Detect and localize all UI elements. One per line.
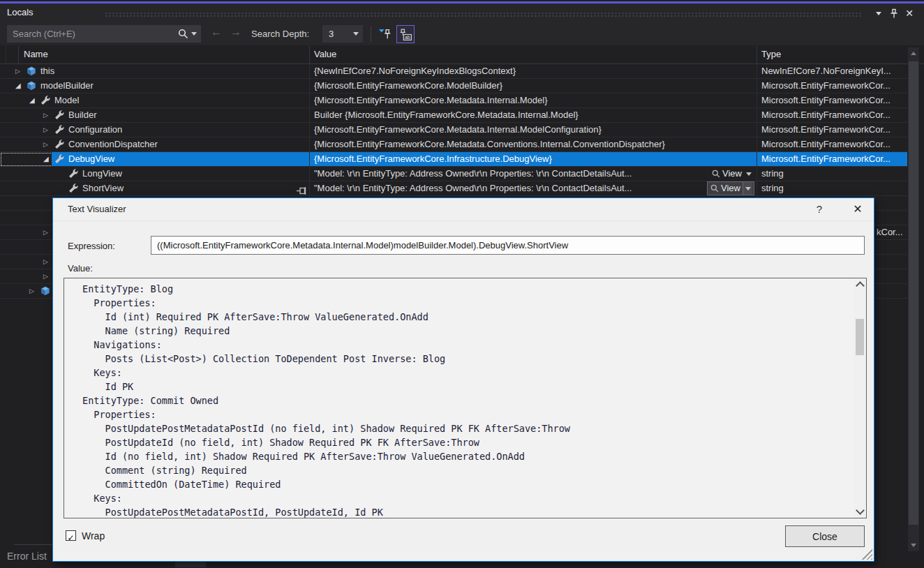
value-text-area[interactable]: EntityType: Blog Properties: Id (int) Re… [64, 278, 867, 518]
search-options-chevron-icon[interactable] [191, 32, 197, 36]
row-name: Builder [68, 108, 96, 122]
locals-titlebar[interactable]: Locals ✕ [0, 3, 924, 23]
view-dropdown[interactable] [744, 167, 753, 180]
row-value: {Microsoft.EntityFrameworkCore.Metadata.… [310, 139, 665, 149]
column-divider[interactable] [757, 46, 757, 64]
wrap-checkbox[interactable]: ✓ [66, 530, 76, 541]
table-row[interactable]: ▷ConventionDispatcher{Microsoft.EntityFr… [0, 137, 907, 152]
value-cell: {Microsoft.EntityFrameworkCore.Metadata.… [310, 137, 757, 151]
dialog-close-button[interactable]: ✕ [850, 202, 865, 216]
resize-grip-icon[interactable] [861, 548, 872, 560]
type-cell: string [757, 181, 911, 195]
value-cell: {Microsoft.EntityFrameworkCore.Metadata.… [310, 123, 757, 137]
row-value: Builder {Microsoft.EntityFrameworkCore.M… [310, 110, 579, 120]
row-type: kCor... [877, 225, 903, 239]
scroll-up-icon[interactable] [856, 281, 865, 290]
wrench-icon [68, 184, 78, 193]
wrench-icon [54, 125, 64, 135]
table-row[interactable]: ◢modelBuilder{Microsoft.EntityFrameworkC… [0, 79, 907, 94]
dialog-titlebar[interactable]: Text Visualizer ? ✕ [53, 198, 874, 221]
help-button[interactable]: ? [812, 203, 826, 215]
column-header-type[interactable]: Type [761, 49, 781, 59]
column-header-name[interactable]: Name [24, 49, 48, 59]
search-icon[interactable] [178, 29, 188, 39]
chevron-down-icon [746, 172, 752, 176]
row-value: {Microsoft.EntityFrameworkCore.Metadata.… [310, 95, 548, 105]
value-cell: "Model: \r\n EntityType: Address Owned\r… [310, 181, 757, 195]
row-type: string [761, 168, 784, 179]
table-row[interactable]: ◢Model{Microsoft.EntityFrameworkCore.Met… [0, 94, 907, 108]
search-input[interactable] [7, 29, 178, 39]
value-cell: {Microsoft.EntityFrameworkCore.Infrastru… [310, 152, 757, 166]
titlebar-drag-grip[interactable] [105, 12, 861, 17]
pin-icon[interactable] [296, 185, 308, 195]
name-cell: ▷this [0, 64, 310, 78]
row-type: Microsoft.EntityFrameworkCor... [761, 80, 891, 91]
type-cell: Microsoft.EntityFrameworkCor... [757, 152, 911, 166]
view-button[interactable]: View [707, 181, 754, 195]
row-type: Microsoft.EntityFrameworkCor... [761, 139, 891, 149]
error-list-label[interactable]: Error List [7, 551, 47, 562]
search-depth-combobox[interactable]: 3 [322, 25, 363, 43]
type-cell: Microsoft.EntityFrameworkCor... [757, 137, 911, 151]
name-cell: ▷Builder [0, 108, 310, 122]
expand-arrow-icon[interactable]: ▷ [29, 284, 34, 298]
value-text: EntityType: Blog Properties: Id (int) Re… [64, 278, 866, 518]
row-value: {Microsoft.EntityFrameworkCore.ModelBuil… [310, 80, 502, 91]
row-value: {Microsoft.EntityFrameworkCore.Metadata.… [310, 124, 602, 135]
chevron-down-icon [745, 187, 751, 190]
vertical-scrollbar[interactable] [908, 47, 919, 551]
expand-arrow-icon[interactable]: ▷ [43, 255, 48, 269]
search-back-button[interactable]: ← [211, 26, 222, 38]
collapse-arrow-icon[interactable]: ◢ [29, 94, 35, 107]
expand-arrow-icon[interactable]: ▷ [43, 108, 48, 122]
expand-arrow-icon[interactable]: ▷ [43, 137, 48, 151]
check-icon: ✓ [67, 533, 74, 543]
grid-header: Name Value Type [0, 46, 924, 64]
chevron-down-icon[interactable] [353, 32, 359, 36]
table-row[interactable]: LongView"Model: \r\n EntityType: Address… [0, 167, 907, 181]
search-box[interactable] [7, 25, 201, 43]
toolbar-separator [371, 27, 371, 42]
column-header-value[interactable]: Value [314, 49, 336, 59]
table-row[interactable]: ▷BuilderBuilder {Microsoft.EntityFramewo… [0, 108, 907, 123]
type-cell: Microsoft.EntityFrameworkCor... [757, 79, 911, 93]
expand-arrow-icon[interactable]: ▷ [43, 123, 48, 137]
search-forward-button[interactable]: → [230, 26, 241, 38]
expand-arrow-icon[interactable]: ▷ [43, 269, 48, 283]
expand-arrow-icon[interactable]: ▷ [15, 64, 20, 78]
scroll-down-icon[interactable] [911, 544, 916, 547]
collapse-arrow-icon[interactable]: ◢ [43, 152, 49, 166]
dialog-title: Text Visualizer [68, 204, 126, 214]
pin-window-button[interactable] [887, 6, 901, 20]
scrollbar-thumb[interactable] [856, 319, 864, 355]
locals-toolbar: ← → Search Depth: 3 ab [0, 23, 924, 45]
column-divider[interactable] [309, 46, 310, 64]
view-dropdown[interactable] [743, 182, 752, 195]
close-button[interactable]: Close [785, 525, 865, 547]
name-cell: ◢DebugView [0, 152, 310, 166]
table-row[interactable]: ▷Configuration{Microsoft.EntityFramework… [0, 123, 907, 137]
expression-label: Expression: [68, 241, 115, 251]
table-row[interactable]: ▷this{NewInEfCore7.NoForeignKeyIndexBlog… [0, 64, 907, 79]
dialog-scrollbar[interactable] [854, 278, 866, 518]
scrollbar-thumb[interactable] [909, 61, 918, 525]
close-window-button[interactable]: ✕ [902, 6, 916, 20]
window-position-button[interactable] [872, 6, 886, 20]
row-name: this [40, 64, 54, 78]
table-row[interactable]: ◢DebugView{Microsoft.EntityFrameworkCore… [0, 152, 907, 167]
filter-pinned-properties-button[interactable] [375, 25, 394, 43]
type-cell: Microsoft.EntityFrameworkCor... [757, 108, 911, 122]
scroll-up-icon[interactable] [911, 52, 916, 55]
toggle-text-view-button[interactable]: ab [396, 25, 415, 43]
table-row[interactable]: ShortView"Model: \r\n EntityType: Addres… [0, 181, 907, 196]
view-button[interactable]: View [709, 167, 754, 180]
wrench-icon [54, 140, 64, 149]
collapse-arrow-icon[interactable]: ◢ [15, 79, 21, 93]
expression-input[interactable] [151, 236, 865, 255]
expand-arrow-icon[interactable]: ▷ [43, 225, 48, 239]
row-name: DebugView [68, 152, 114, 166]
filter-pin-icon [378, 28, 392, 41]
scroll-down-icon[interactable] [856, 506, 865, 515]
wrap-label: Wrap [82, 530, 105, 541]
